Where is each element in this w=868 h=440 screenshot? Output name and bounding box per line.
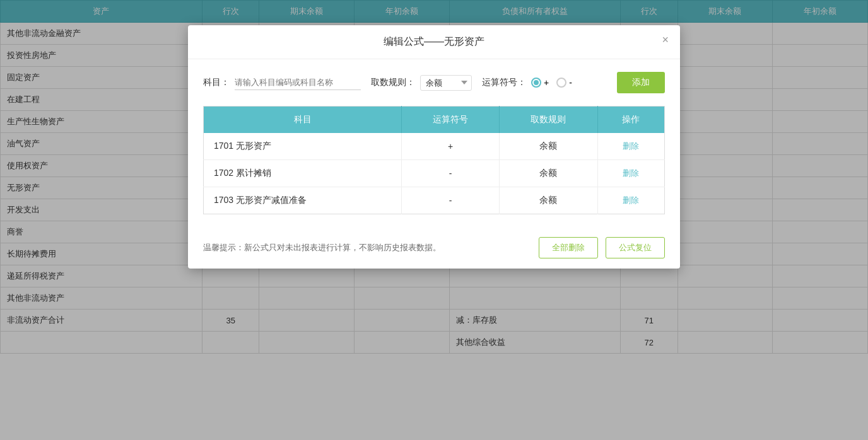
formula-rule-0: 余额 <box>500 133 597 160</box>
table-col-subject: 科目 <box>204 107 402 134</box>
formula-subject-1: 1702 累计摊销 <box>204 160 402 187</box>
formula-operator-1: - <box>402 160 500 187</box>
delete-all-button[interactable]: 全部删除 <box>539 237 598 258</box>
formula-row: 1701 无形资产+余额删除 <box>204 133 665 160</box>
formula-operator-2: - <box>402 187 500 214</box>
formula-operator-0: + <box>402 133 500 160</box>
footer-buttons: 全部删除 公式复位 <box>539 237 665 258</box>
footer-tip: 温馨提示：新公式只对未出报表进行计算，不影响历史报表数据。 <box>203 242 441 253</box>
delete-row-0-button[interactable]: 删除 <box>623 141 639 152</box>
formula-action-2: 删除 <box>597 187 664 214</box>
modal-header: 编辑公式——无形资产 × <box>188 25 680 59</box>
formula-row: 1702 累计摊销-余额删除 <box>204 160 665 187</box>
reset-formula-button[interactable]: 公式复位 <box>606 237 665 258</box>
subject-label: 科目： <box>203 77 230 88</box>
subject-group: 科目： <box>203 75 361 90</box>
formula-action-0: 删除 <box>597 133 664 160</box>
formula-form-row: 科目： 取数规则： 余额 借方 贷方 借方累计 贷方累计 <box>203 72 665 93</box>
table-col-rule: 取数规则 <box>500 107 597 134</box>
delete-row-1-button[interactable]: 删除 <box>623 168 639 179</box>
rule-label: 取数规则： <box>371 77 415 88</box>
radio-circle-plus <box>531 78 541 88</box>
modal-footer: 温馨提示：新公式只对未出报表进行计算，不影响历史报表数据。 全部删除 公式复位 <box>188 227 680 269</box>
formula-action-1: 删除 <box>597 160 664 187</box>
operator-label: 运算符号： <box>482 77 526 88</box>
operator-group: 运算符号： + - <box>482 77 572 88</box>
table-col-operator: 运算符号 <box>402 107 500 134</box>
rule-group: 取数规则： 余额 借方 贷方 借方累计 贷方累计 <box>371 75 472 91</box>
rule-select[interactable]: 余额 借方 贷方 借方累计 贷方累计 <box>420 75 472 91</box>
operator-minus-radio[interactable]: - <box>556 78 572 88</box>
formula-rule-1: 余额 <box>500 160 597 187</box>
operator-radio-group: + - <box>531 78 572 88</box>
formula-subject-0: 1701 无形资产 <box>204 133 402 160</box>
operator-plus-label: + <box>544 78 549 88</box>
radio-circle-minus <box>556 78 566 88</box>
formula-table: 科目 运算符号 取数规则 操作 1701 无形资产+余额删除1702 累计摊销-… <box>203 106 665 214</box>
subject-input[interactable] <box>235 75 361 90</box>
formula-row: 1703 无形资产减值准备-余额删除 <box>204 187 665 214</box>
table-col-action: 操作 <box>597 107 664 134</box>
formula-subject-2: 1703 无形资产减值准备 <box>204 187 402 214</box>
modal-title: 编辑公式——无形资产 <box>384 36 484 47</box>
operator-minus-label: - <box>569 78 572 88</box>
modal-close-button[interactable]: × <box>662 34 669 45</box>
formula-rule-2: 余额 <box>500 187 597 214</box>
modal-dialog: 编辑公式——无形资产 × 科目： 取数规则： 余额 借方 贷方 <box>188 25 680 269</box>
operator-plus-radio[interactable]: + <box>531 78 549 88</box>
rule-select-wrapper: 余额 借方 贷方 借方累计 贷方累计 <box>420 75 472 91</box>
delete-row-2-button[interactable]: 删除 <box>623 195 639 206</box>
modal-body: 科目： 取数规则： 余额 借方 贷方 借方累计 贷方累计 <box>188 59 680 227</box>
modal-overlay: 编辑公式——无形资产 × 科目： 取数规则： 余额 借方 贷方 <box>0 0 868 440</box>
add-button[interactable]: 添加 <box>617 72 665 93</box>
